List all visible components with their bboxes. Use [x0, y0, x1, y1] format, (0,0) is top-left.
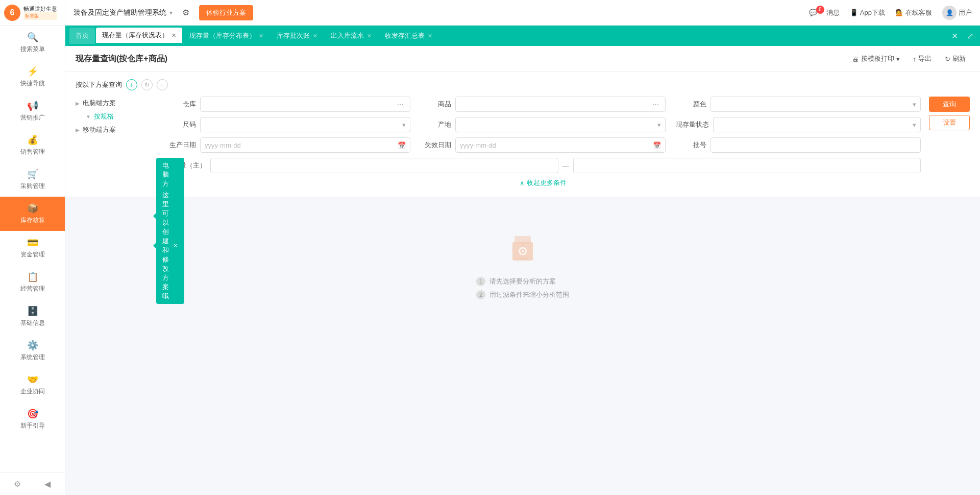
reload-scheme-btn[interactable]: ↻	[141, 79, 153, 90]
scheme-tree: ▶ 电脑端方案 ▼ 按规格 ▶ 移动端方案	[76, 97, 157, 136]
tab-inventory-status-close[interactable]: ✕	[172, 32, 176, 39]
collapse-btn[interactable]: ∧ 收起更多条件	[520, 178, 567, 187]
desktop-arrow-icon: ▶	[76, 101, 80, 106]
stock-main-min-input[interactable]	[210, 158, 558, 173]
stock-status-select[interactable]: ▾	[713, 117, 921, 132]
user-action[interactable]: 👤 用户	[942, 6, 972, 20]
sidebar-item-enterprise[interactable]: 🤝 企业协同	[0, 368, 65, 402]
assets-icon: 💳	[27, 237, 38, 248]
marketing-icon: 📢	[27, 100, 38, 111]
base-icon: 🗄️	[27, 305, 38, 317]
settings-icon: ⚙	[14, 479, 21, 489]
desktop-sub-item[interactable]: ▼ 按规格	[86, 110, 157, 123]
logo-area: 6 畅通道好生意 标准版	[0, 0, 65, 26]
sidebar-item-quick[interactable]: ⚡ 快捷导航	[0, 60, 65, 94]
size-dropdown-icon: ▾	[402, 121, 406, 129]
desktop-sub-label: 按规格	[94, 112, 114, 121]
edit-scheme-tooltip: 这里可以创建和修改方案哦 ✕	[156, 187, 184, 304]
maximize-btn[interactable]: ⤢	[964, 30, 976, 42]
print-btn[interactable]: 🖨 按模板打印 ▾	[848, 52, 904, 65]
warehouse-select[interactable]: ···	[200, 97, 410, 112]
collapse-up-icon: ∧	[520, 179, 525, 187]
close-all-tabs-btn[interactable]: ✕	[948, 30, 961, 42]
warehouse-dots[interactable]: ···	[395, 100, 406, 109]
color-row: 颜色 ▾	[676, 97, 921, 112]
edit-scheme-tooltip-close[interactable]: ✕	[173, 242, 178, 249]
empty-state: 1 请先选择要分析的方案 2 用过滤条件来缩小分析范围	[65, 197, 980, 330]
tab-collect-summary-close[interactable]: ✕	[428, 33, 432, 39]
page-actions: 🖨 按模板打印 ▾ ↑ 导出 ↻ 刷新	[848, 52, 970, 65]
sidebar-item-marketing[interactable]: 📢 营销推广	[0, 94, 65, 128]
add-scheme-btn[interactable]: +	[126, 79, 137, 90]
prod-date-calendar-icon[interactable]: 📅	[398, 142, 406, 149]
refresh-label: 刷新	[952, 54, 966, 63]
size-row: 尺码 ▾	[165, 117, 410, 132]
tab-inventory-dist[interactable]: 现存量（库存分布表） ✕	[183, 28, 270, 44]
edit-scheme-tooltip-text: 这里可以创建和修改方案哦	[162, 191, 169, 301]
search-btn[interactable]: 查询	[929, 97, 970, 112]
industry-btn[interactable]: 体验行业方案	[199, 5, 253, 20]
page-header: 现存量查询(按仓库+商品) 🖨 按模板打印 ▾ ↑ 导出 ↻ 刷新	[65, 46, 980, 72]
collapse-row: ∧ 收起更多条件	[165, 173, 921, 190]
sidebar-item-assets[interactable]: 💳 资金管理	[0, 231, 65, 265]
origin-select[interactable]: ▾	[455, 117, 666, 132]
filter-label: 按以下方案查询	[76, 80, 122, 89]
sidebar-item-search[interactable]: 🔍 搜索菜单	[0, 26, 65, 60]
print-dropdown-icon: ▾	[896, 55, 900, 63]
tab-inventory-status-label: 现存量（库存状况表）	[102, 31, 168, 40]
sidebar-item-sales[interactable]: 💰 销售管理	[0, 128, 65, 162]
tab-in-out-flow-close[interactable]: ✕	[367, 33, 372, 39]
size-select[interactable]: ▾	[200, 117, 410, 132]
user-avatar: 👤	[942, 6, 957, 20]
settings-bottom-btn[interactable]: ⚙	[10, 477, 24, 491]
app-badge: 标准版	[23, 12, 57, 20]
tab-collect-summary[interactable]: 收发存汇总表 ✕	[379, 28, 438, 44]
sidebar-item-label: 采购管理	[20, 182, 45, 191]
refresh-btn[interactable]: ↻ 刷新	[941, 52, 970, 65]
goods-dots[interactable]: ···	[650, 100, 661, 109]
color-select[interactable]: ▾	[710, 97, 921, 112]
desktop-scheme-item[interactable]: ▶ 电脑端方案	[76, 97, 157, 110]
sidebar-item-system[interactable]: ⚙️ 系统管理	[0, 334, 65, 368]
export-btn[interactable]: ↑ 导出	[909, 52, 936, 65]
desktop-scheme-label: 电脑端方案	[83, 99, 116, 108]
empty-hint-2: 2 用过滤条件来缩小分析范围	[476, 290, 569, 299]
expire-date-calendar-icon[interactable]: 📅	[653, 142, 661, 149]
refresh-icon: ↻	[945, 55, 950, 63]
tab-in-out-flow[interactable]: 出入库流水 ✕	[325, 28, 378, 44]
tab-batch-account[interactable]: 库存批次账 ✕	[271, 28, 324, 44]
batch-label: 批号	[676, 140, 706, 150]
sidebar-item-label: 营销推广	[20, 113, 45, 122]
sidebar-item-base[interactable]: 🗄️ 基础信息	[0, 299, 65, 334]
stock-main-max-input[interactable]	[573, 158, 921, 173]
sidebar-item-label: 销售管理	[20, 148, 45, 156]
filter-section: 按以下方案查询 + ↻ ← ▶ 电脑端方案 ▼ 按规格	[65, 72, 980, 197]
tab-home-label: 首页	[76, 31, 89, 40]
prod-date-input[interactable]: yyyy-mm-dd 📅	[200, 137, 410, 153]
tabs-right: ✕ ⤢	[948, 30, 976, 42]
stock-status-row: 现存量状态 ▾	[676, 117, 921, 132]
collapse-sidebar-btn[interactable]: ◀	[40, 477, 55, 491]
origin-row: 产地 ▾	[421, 117, 666, 132]
sidebar-item-guide[interactable]: 🎯 新手引导	[0, 402, 65, 436]
tab-inventory-status[interactable]: 现存量（库存状况表） ✕	[96, 28, 182, 44]
tab-batch-account-close[interactable]: ✕	[313, 33, 317, 39]
expire-date-row: 失效日期 yyyy-mm-dd 📅	[421, 137, 666, 153]
back-scheme-btn[interactable]: ←	[157, 79, 168, 90]
sidebar-item-operations[interactable]: 📋 经营管理	[0, 265, 65, 299]
app-download-action[interactable]: 📱 App下载	[850, 8, 885, 17]
goods-select[interactable]: ···	[455, 97, 666, 112]
expire-date-input[interactable]: yyyy-mm-dd 📅	[455, 137, 666, 153]
support-action[interactable]: 💁 在线客服	[895, 8, 932, 17]
set-btn[interactable]: 设置	[929, 115, 970, 130]
sidebar: 6 畅通道好生意 标准版 🔍 搜索菜单 ⚡ 快捷导航 📢 营销推广 💰 销售管理…	[0, 0, 65, 495]
goods-label: 商品	[421, 100, 451, 109]
sidebar-item-inventory[interactable]: 📦 库存核算	[0, 197, 65, 231]
tab-home[interactable]: 首页	[69, 28, 95, 44]
settings-btn[interactable]: ⚙	[179, 6, 193, 20]
batch-input[interactable]	[710, 137, 921, 153]
message-action[interactable]: 💬 6 消息	[809, 8, 840, 17]
mobile-scheme-item[interactable]: ▶ 移动端方案	[76, 123, 157, 136]
tab-inventory-dist-close[interactable]: ✕	[259, 33, 263, 39]
sidebar-item-purchase[interactable]: 🛒 采购管理	[0, 162, 65, 197]
